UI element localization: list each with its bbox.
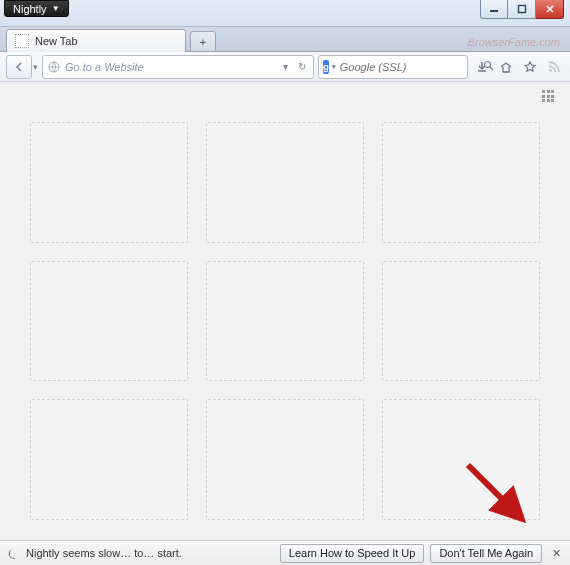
svg-point-4 [549, 69, 552, 72]
chevron-down-icon: ▼ [52, 4, 60, 13]
app-menu-button[interactable]: Nightly ▼ [4, 0, 69, 17]
speed-dial-tile[interactable] [30, 122, 188, 243]
grid-toggle-button[interactable] [542, 90, 556, 104]
url-input[interactable] [65, 61, 276, 73]
speed-dial-tile[interactable] [382, 122, 540, 243]
speed-dial-tile[interactable] [206, 399, 364, 520]
svg-rect-0 [490, 10, 498, 12]
downloads-button[interactable] [472, 57, 492, 77]
notification-message: Nightly seems slow… to… start. [26, 547, 274, 559]
search-engine-icon[interactable]: g ▾ [323, 60, 329, 74]
notification-bar: Nightly seems slow… to… start. Learn How… [0, 540, 570, 565]
maximize-button[interactable] [508, 0, 536, 19]
url-bar[interactable]: ▾ ↻ [42, 55, 314, 79]
back-button[interactable] [6, 55, 32, 79]
speed-dial-grid [0, 82, 570, 540]
tab-favicon [15, 34, 29, 48]
search-bar[interactable]: g ▾ [318, 55, 468, 79]
tab-strip: New Tab + BrowserFame.com [0, 27, 570, 52]
speed-dial-tile[interactable] [206, 122, 364, 243]
history-dropdown-icon[interactable]: ▾ [33, 62, 38, 72]
watermark-text: BrowserFame.com [468, 36, 560, 48]
reload-icon[interactable]: ↻ [295, 61, 309, 72]
svg-rect-1 [518, 6, 525, 13]
new-tab-button[interactable]: + [190, 31, 216, 52]
home-button[interactable] [496, 57, 516, 77]
speed-dial-tile[interactable] [206, 261, 364, 382]
feed-icon [544, 57, 564, 77]
dismiss-button[interactable]: Don't Tell Me Again [430, 544, 542, 563]
search-input[interactable] [340, 61, 479, 73]
search-engine-dropdown-icon[interactable]: ▾ [332, 63, 336, 71]
content-area [0, 82, 570, 540]
url-dropdown-icon[interactable]: ▾ [280, 61, 291, 72]
app-menu-label: Nightly [13, 3, 47, 15]
speed-dial-tile[interactable] [30, 399, 188, 520]
close-button[interactable] [536, 0, 564, 19]
nav-toolbar: ▾ ▾ ↻ g ▾ [0, 52, 570, 82]
speed-dial-tile[interactable] [382, 399, 540, 520]
tab-title: New Tab [35, 35, 78, 47]
tab-new-tab[interactable]: New Tab [6, 29, 186, 52]
notification-icon [6, 546, 20, 560]
titlebar: Nightly ▼ [0, 0, 570, 27]
notification-close-button[interactable]: ✕ [548, 545, 564, 561]
globe-icon [47, 60, 61, 74]
learn-more-button[interactable]: Learn How to Speed It Up [280, 544, 425, 563]
bookmarks-button[interactable] [520, 57, 540, 77]
window-controls [480, 0, 564, 19]
speed-dial-tile[interactable] [30, 261, 188, 382]
plus-icon: + [200, 36, 206, 48]
minimize-button[interactable] [480, 0, 508, 19]
speed-dial-tile[interactable] [382, 261, 540, 382]
